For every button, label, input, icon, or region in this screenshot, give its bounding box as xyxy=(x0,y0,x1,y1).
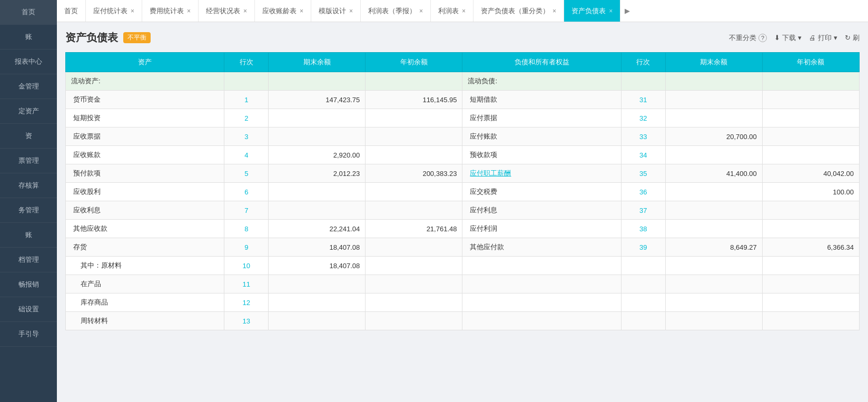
tab-operation[interactable]: 经营状况表 × xyxy=(199,0,255,22)
row-num xyxy=(621,312,665,330)
start-balance: 116,145.95 xyxy=(366,91,462,109)
asset-name: 货币资金 xyxy=(66,91,224,109)
sidebar-item-archive[interactable]: 档管理 xyxy=(0,248,57,272)
row-num: 2 xyxy=(224,109,269,128)
cell xyxy=(665,72,762,91)
sidebar-item-settings[interactable]: 础设置 xyxy=(0,297,57,322)
tab-balance-reclassified[interactable]: 资产负债表（重分类） × xyxy=(474,0,564,22)
sidebar-item-guide[interactable]: 手引导 xyxy=(0,322,57,347)
row-num: 7 xyxy=(224,201,269,220)
row-num: 31 xyxy=(621,91,665,109)
end-balance: 20,700.00 xyxy=(665,128,762,146)
row-num: 4 xyxy=(224,146,269,164)
row-num: 36 xyxy=(621,183,665,201)
tab-receivable-age[interactable]: 应收账龄表 × xyxy=(255,0,311,22)
row-num: 10 xyxy=(224,257,269,275)
cell xyxy=(224,72,269,91)
table-row: 流动资产: 流动负债: xyxy=(66,72,860,91)
col-end-balance-right: 期末余额 xyxy=(665,53,762,72)
liability-name: 应付账款 xyxy=(462,128,621,146)
table-row: 短期投资 2 应付票据 32 xyxy=(66,109,860,128)
table-row: 其他应收款 8 22,241.04 21,761.48 应付利润 38 xyxy=(66,220,860,238)
row-num: 5 xyxy=(224,164,269,183)
sidebar-item-fixed-assets[interactable]: 定资产 xyxy=(0,99,57,124)
asset-name: 周转材料 xyxy=(66,312,224,330)
close-icon[interactable]: × xyxy=(131,7,134,15)
cell xyxy=(269,72,366,91)
sidebar-item-fund[interactable]: 金管理 xyxy=(0,74,57,99)
end-balance: 2,920.00 xyxy=(269,146,366,164)
download-button[interactable]: ⬇ 下载 ▾ xyxy=(774,33,802,43)
close-icon[interactable]: × xyxy=(553,7,556,15)
download-label: 下载 xyxy=(782,33,796,43)
category-selector[interactable]: 不重分类 ? xyxy=(729,33,767,43)
close-icon[interactable]: × xyxy=(300,7,303,15)
liability-name xyxy=(462,312,621,330)
end-balance xyxy=(665,220,762,238)
close-icon[interactable]: × xyxy=(609,7,613,15)
tab-home[interactable]: 首页 xyxy=(57,0,86,22)
close-icon[interactable]: × xyxy=(243,7,247,15)
row-num: 39 xyxy=(621,238,665,257)
start-balance xyxy=(366,257,462,275)
end-balance xyxy=(269,201,366,220)
sidebar-item-home[interactable]: 首页 xyxy=(0,0,57,25)
tab-label: 应收账龄表 xyxy=(262,6,297,16)
tab-home-label: 首页 xyxy=(64,6,78,16)
end-balance xyxy=(665,312,762,330)
col-start-balance-right: 年初余额 xyxy=(762,53,859,72)
sidebar-item-tax[interactable]: 务管理 xyxy=(0,198,57,223)
end-balance xyxy=(665,201,762,220)
start-balance xyxy=(762,201,859,220)
tab-profit[interactable]: 利润表 × xyxy=(431,0,474,22)
close-icon[interactable]: × xyxy=(349,7,353,15)
report-table: 资产 行次 期末余额 年初余额 负债和所有者权益 行次 期末余额 年初余额 流动… xyxy=(65,52,860,330)
tab-balance[interactable]: 资产负债表 × xyxy=(564,0,620,22)
asset-name: 短期投资 xyxy=(66,109,224,128)
liability-name: 应交税费 xyxy=(462,183,621,201)
end-balance: 8,649.27 xyxy=(665,238,762,257)
start-balance xyxy=(762,275,859,293)
tab-label: 费用统计表 xyxy=(150,6,184,16)
sidebar-item-investment[interactable]: 资 xyxy=(0,124,57,149)
end-balance: 2,012.23 xyxy=(269,164,366,183)
tab-template[interactable]: 模版设计 × xyxy=(311,0,361,22)
table-row: 其中：原材料 10 18,407.08 xyxy=(66,257,860,275)
sidebar-item-account[interactable]: 账 xyxy=(0,25,57,50)
start-balance xyxy=(762,312,859,330)
end-balance xyxy=(269,312,366,330)
sidebar-item-inventory[interactable]: 存核算 xyxy=(0,173,57,198)
row-num: 37 xyxy=(621,201,665,220)
close-icon[interactable]: × xyxy=(462,7,466,15)
refresh-button[interactable]: ↻ 刷 xyxy=(845,33,860,43)
liability-name: 应付票据 xyxy=(462,109,621,128)
print-button[interactable]: 🖨 打印 ▾ xyxy=(809,33,837,43)
tab-payable-stat[interactable]: 应付统计表 × xyxy=(86,0,142,22)
category-label: 不重分类 xyxy=(729,33,756,43)
end-balance xyxy=(269,275,366,293)
section-label-right: 流动负债: xyxy=(462,72,621,91)
asset-name: 应收股利 xyxy=(66,183,224,201)
sidebar-item-expense[interactable]: 畅报销 xyxy=(0,272,57,297)
row-num: 8 xyxy=(224,220,269,238)
row-num: 9 xyxy=(224,238,269,257)
tab-profit-quarterly[interactable]: 利润表（季报） × xyxy=(361,0,431,22)
tab-label: 经营状况表 xyxy=(206,6,240,16)
liability-name: 短期借款 xyxy=(462,91,621,109)
close-icon[interactable]: × xyxy=(187,7,191,15)
start-balance: 21,761.48 xyxy=(366,220,462,238)
page-title: 资产负债表 xyxy=(65,31,118,45)
row-num xyxy=(621,293,665,312)
sidebar-item-report-center[interactable]: 报表中心 xyxy=(0,50,57,74)
tab-more-button[interactable]: ▶ xyxy=(620,7,634,15)
sidebar-item-ledger[interactable]: 账 xyxy=(0,223,57,248)
help-icon[interactable]: ? xyxy=(758,34,767,42)
start-balance xyxy=(366,183,462,201)
col-row-num-left: 行次 xyxy=(224,53,269,72)
sidebar-item-ticket[interactable]: 票管理 xyxy=(0,149,57,173)
tab-expense-stat[interactable]: 费用统计表 × xyxy=(142,0,199,22)
end-balance xyxy=(269,128,366,146)
close-icon[interactable]: × xyxy=(419,7,423,15)
start-balance xyxy=(366,128,462,146)
row-num: 32 xyxy=(621,109,665,128)
